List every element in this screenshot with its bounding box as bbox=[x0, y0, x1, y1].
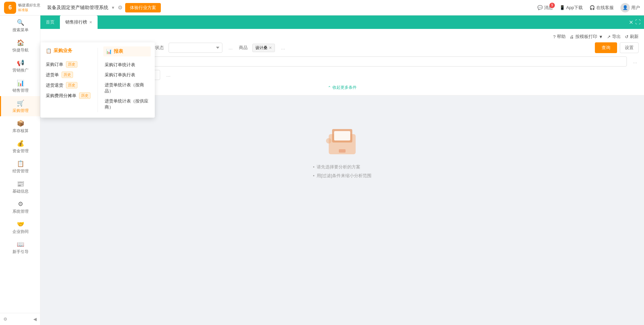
sidebar-item-guide[interactable]: 📖 新手引导 bbox=[0, 237, 40, 257]
sidebar-label-guide: 新手引导 bbox=[12, 249, 29, 255]
tab-close-btn[interactable]: ✕ bbox=[89, 20, 92, 25]
refresh-icon: ↺ bbox=[625, 34, 629, 39]
sidebar-collapse-icon[interactable]: ◀ bbox=[33, 317, 37, 322]
sales-icon: 📊 bbox=[17, 79, 24, 87]
tab-sales-rank-label: 销售排行榜 bbox=[65, 19, 87, 25]
toolbar-right: ? 帮助 🖨 按模板打印 ▼ ↗ 导出 ↺ 刷新 bbox=[553, 34, 639, 40]
receive-hist: 历史 bbox=[62, 72, 73, 78]
sidebar-item-search[interactable]: 🔍 搜索菜单 bbox=[0, 15, 40, 36]
collapse-label: 收起更多条件 bbox=[332, 85, 357, 90]
empty-illustration bbox=[322, 122, 362, 156]
return-label: 进货退货 bbox=[46, 82, 63, 88]
sidebar-label-purchase: 采购管理 bbox=[12, 108, 29, 114]
search-btn[interactable]: 查询 bbox=[595, 42, 617, 53]
sidebar-item-system[interactable]: ⚙ 系统管理 bbox=[0, 197, 40, 217]
app-name: 畅捷通好生意 bbox=[18, 3, 40, 7]
purchase-col-icon: 📋 bbox=[46, 48, 51, 53]
industry-btn[interactable]: 体验行业方案 bbox=[125, 3, 161, 12]
menu-item-purchase-order-stat[interactable]: 采购订单统计表 bbox=[105, 60, 150, 70]
system-title-area: 装备及固定资产辅助管理系统 ▼ ⚙ 体验行业方案 bbox=[47, 3, 537, 12]
customer-more[interactable]: … bbox=[165, 73, 172, 78]
refresh-btn[interactable]: ↺ 刷新 bbox=[625, 34, 639, 40]
menu-item-receive[interactable]: 进货单 历史 bbox=[46, 70, 91, 80]
message-btn[interactable]: 💬 消息 9 bbox=[537, 5, 553, 11]
menu-item-expense[interactable]: 采购费用分摊单 历史 bbox=[46, 90, 91, 101]
menu-col-reports: 📊 报表 采购订单统计表 采购订单执行表 进货单统计表（按商品） 进货单统计表（… bbox=[105, 48, 150, 112]
bill-status-more[interactable]: … bbox=[227, 45, 234, 50]
online-service-label: 在线客服 bbox=[596, 5, 614, 11]
system-icon: ⚙ bbox=[18, 200, 23, 208]
title-dropdown-arrow[interactable]: ▼ bbox=[111, 5, 115, 10]
user-label: 用户 bbox=[631, 5, 640, 11]
export-btn[interactable]: ↗ 导出 bbox=[607, 34, 621, 40]
sidebar-label-search: 搜索菜单 bbox=[12, 27, 29, 33]
collapse-up-icon: ⌃ bbox=[328, 85, 331, 90]
goods-tag-remove[interactable]: ✕ bbox=[269, 46, 272, 50]
sidebar-item-inventory[interactable]: 📦 库存核算 bbox=[0, 116, 40, 136]
help-label: 帮助 bbox=[557, 34, 566, 40]
sidebar-bottom-settings-icon[interactable]: ⚙ bbox=[3, 317, 7, 322]
goods-tag-text: 设计桑 bbox=[255, 45, 267, 51]
help-icon: ? bbox=[553, 34, 556, 39]
tab-bar: 首页 销售排行榜 ✕ ✕ ⛶ bbox=[40, 15, 644, 29]
menu-item-receive-stat-goods[interactable]: 进货单统计表（按商品） bbox=[105, 80, 150, 96]
sidebar-item-purchase[interactable]: 🛒 采购管理 bbox=[0, 96, 40, 116]
tab-expand-btn[interactable]: ⛶ bbox=[635, 19, 641, 25]
top-header: 6 畅捷通好生意 标准版 装备及固定资产辅助管理系统 ▼ ⚙ 体验行业方案 💬 … bbox=[0, 0, 644, 15]
app-logo-icon: 6 bbox=[4, 2, 16, 14]
filter-settings-btn[interactable]: 设置 bbox=[620, 42, 639, 53]
export-icon: ↗ bbox=[607, 34, 611, 39]
sidebar-item-enterprise[interactable]: 🤝 企业协同 bbox=[0, 217, 40, 237]
return-hist: 历史 bbox=[66, 82, 77, 88]
tab-close-all-btn[interactable]: ✕ bbox=[629, 19, 633, 26]
app-download-btn[interactable]: 📱 App下载 bbox=[560, 5, 583, 11]
sidebar-label-basic-info: 基础信息 bbox=[12, 189, 29, 194]
sidebar-label-finance: 资金管理 bbox=[12, 148, 29, 154]
tab-bar-actions: ✕ ⛶ bbox=[629, 19, 644, 26]
tab-home[interactable]: 首页 bbox=[40, 15, 60, 29]
user-area[interactable]: 👤 用户 bbox=[620, 3, 640, 12]
tab-sales-rank[interactable]: 销售排行榜 ✕ bbox=[60, 15, 98, 29]
bill-status-select[interactable] bbox=[169, 43, 222, 53]
sidebar-label-enterprise: 企业协同 bbox=[12, 229, 29, 235]
salesman-more[interactable]: … bbox=[632, 59, 639, 64]
sidebar-item-finance[interactable]: 💰 资金管理 bbox=[0, 136, 40, 157]
home-icon: 🏠 bbox=[17, 39, 24, 46]
system-settings-icon[interactable]: ⚙ bbox=[118, 4, 122, 11]
basic-info-icon: 📰 bbox=[17, 180, 24, 188]
sidebar-item-operations[interactable]: 📋 经营管理 bbox=[0, 157, 40, 177]
headset-icon: 🎧 bbox=[589, 5, 595, 10]
sidebar-label-quick-nav: 快捷导航 bbox=[12, 47, 29, 53]
tab-home-label: 首页 bbox=[46, 19, 55, 25]
logo-area: 6 畅捷通好生意 标准版 bbox=[4, 2, 44, 14]
sidebar-label-inventory: 库存核算 bbox=[12, 128, 29, 134]
purchase-order-exec-label: 采购订单执行表 bbox=[105, 72, 135, 78]
goods-tag: 设计桑 ✕ bbox=[252, 44, 275, 52]
online-service-btn[interactable]: 🎧 在线客服 bbox=[589, 5, 614, 11]
menu-item-receive-stat-supplier[interactable]: 进货单统计表（按供应商） bbox=[105, 96, 150, 112]
avatar: 👤 bbox=[620, 3, 630, 12]
app-badge: 标准版 bbox=[18, 8, 40, 12]
sidebar-label-sales: 销售管理 bbox=[12, 88, 29, 93]
guide-icon: 📖 bbox=[17, 241, 24, 248]
purchase-icon: 🛒 bbox=[17, 99, 24, 107]
menu-item-purchase-order[interactable]: 采购订单 历史 bbox=[46, 59, 91, 70]
help-btn[interactable]: ? 帮助 bbox=[553, 34, 566, 40]
sidebar-label-system: 系统管理 bbox=[12, 209, 29, 214]
export-label: 导出 bbox=[612, 34, 621, 40]
goods-more[interactable]: … bbox=[280, 45, 287, 50]
sidebar-bottom: ⚙ ◀ bbox=[0, 313, 40, 325]
sidebar-item-basic-info[interactable]: 📰 基础信息 bbox=[0, 177, 40, 197]
print-btn[interactable]: 🖨 按模板打印 ▼ bbox=[570, 34, 603, 40]
sidebar-item-quick-nav[interactable]: 🏠 快捷导航 bbox=[0, 36, 40, 56]
print-label: 按模板打印 bbox=[575, 34, 597, 40]
sidebar-label-marketing: 营销推广 bbox=[12, 68, 29, 73]
purchase-dropdown-menu: 📋 采购业务 采购订单 历史 进货单 历史 进货退货 历史 采购费用分摊单 历史… bbox=[40, 42, 155, 118]
purchase-col-title: 📋 采购业务 bbox=[46, 48, 91, 56]
purchase-order-label: 采购订单 bbox=[46, 62, 63, 68]
menu-item-return[interactable]: 进货退货 历史 bbox=[46, 80, 91, 90]
sidebar-item-sales[interactable]: 📊 销售管理 bbox=[0, 76, 40, 96]
menu-item-purchase-order-exec[interactable]: 采购订单执行表 bbox=[105, 70, 150, 80]
sidebar-item-marketing[interactable]: 📢 营销推广 bbox=[0, 56, 40, 76]
svg-rect-2 bbox=[334, 131, 350, 140]
